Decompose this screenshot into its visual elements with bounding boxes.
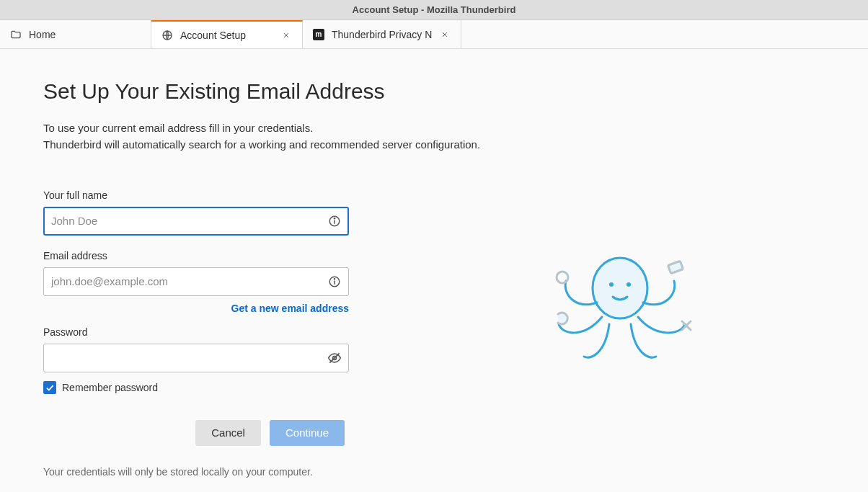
window-titlebar: Account Setup - Mozilla Thunderbird: [0, 0, 868, 20]
remember-password-checkbox[interactable]: [43, 381, 56, 394]
tab-label: Home: [29, 29, 141, 40]
password-label: Password: [43, 326, 349, 338]
fullname-input[interactable]: [43, 207, 349, 236]
intro-line-2: Thunderbird will automatically search fo…: [43, 136, 577, 153]
password-input[interactable]: [43, 344, 349, 372]
footnote-text: Your credentials will only be stored loc…: [43, 466, 349, 478]
info-icon[interactable]: [327, 214, 342, 228]
svg-point-10: [609, 282, 614, 287]
tab-home[interactable]: Home: [0, 20, 151, 48]
window-title: Account Setup - Mozilla Thunderbird: [353, 4, 516, 15]
page-title: Set Up Your Existing Email Address: [43, 79, 868, 104]
email-input[interactable]: [43, 267, 349, 296]
intro-text: To use your current email address fill i…: [43, 120, 577, 153]
remember-password-row: Remember password: [43, 381, 349, 394]
close-icon[interactable]: [280, 30, 292, 41]
svg-rect-12: [668, 261, 683, 273]
logo-icon: m: [313, 29, 324, 40]
octopus-illustration: [541, 245, 699, 375]
cancel-button[interactable]: Cancel: [195, 420, 261, 446]
get-new-email-link[interactable]: Get a new email address: [231, 303, 349, 314]
globe-icon: [161, 30, 173, 41]
continue-button[interactable]: Continue: [270, 420, 345, 446]
tab-label: Account Setup: [180, 30, 273, 41]
close-icon[interactable]: [439, 29, 451, 40]
info-icon[interactable]: [327, 274, 342, 289]
tab-label: Thunderbird Privacy N: [332, 29, 432, 40]
tab-privacy-notice[interactable]: m Thunderbird Privacy N: [303, 20, 461, 48]
svg-point-11: [626, 282, 631, 287]
fullname-field: Your full name: [43, 189, 349, 236]
intro-line-1: To use your current email address fill i…: [43, 120, 577, 136]
email-label: Email address: [43, 250, 349, 261]
folder-icon: [10, 29, 22, 40]
email-field: Email address: [43, 250, 349, 296]
account-form: Your full name Email address Get a new e…: [43, 189, 349, 478]
remember-password-label: Remember password: [62, 382, 158, 393]
fullname-label: Your full name: [43, 189, 349, 201]
svg-point-6: [334, 278, 335, 279]
svg-point-3: [334, 218, 335, 218]
eye-off-icon[interactable]: [327, 351, 342, 365]
new-email-link-row: Get a new email address: [43, 302, 349, 315]
tab-strip: Home Account Setup m Thunderbird Privacy…: [0, 20, 868, 49]
tab-account-setup[interactable]: Account Setup: [151, 20, 303, 48]
password-field: Password: [43, 326, 349, 372]
svg-point-13: [557, 272, 568, 283]
button-row: Cancel Continue: [43, 420, 349, 446]
main-content: Set Up Your Existing Email Address To us…: [0, 49, 868, 478]
svg-point-9: [593, 258, 647, 318]
